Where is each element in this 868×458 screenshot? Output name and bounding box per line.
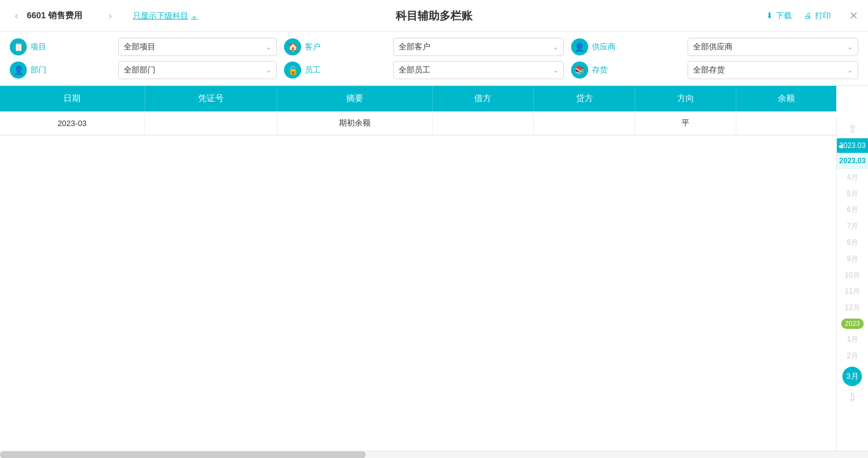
employee-select-value: 全部员工 xyxy=(399,65,430,76)
supplier-select[interactable]: 全部供应商 ⌄ xyxy=(688,38,858,56)
show-sub-toggle[interactable]: 只显示下级科目 ⌄ xyxy=(133,10,197,21)
credit-cell xyxy=(534,111,635,135)
filter-area: 📋 项目 全部项目 ⌄ 🏠 客户 全部客户 ⌄ 👤 供应商 全部供应商 ⌄ 👤 … xyxy=(0,32,868,86)
employee-label-text: 员工 xyxy=(305,65,321,76)
panel-up-button[interactable]: ⇧ xyxy=(845,120,859,138)
customer-filter-label: 🏠 客户 xyxy=(284,38,385,55)
project-label-text: 项目 xyxy=(30,41,46,52)
project-select[interactable]: 全部项目 ⌄ xyxy=(118,38,277,56)
inventory-icon: 📚 xyxy=(571,62,588,79)
voucher-cell xyxy=(144,111,277,135)
ledger-table: 日期 凭证号 摘要 借方 贷方 方向 余额 2023-03期初余额平 xyxy=(0,86,836,135)
col-summary: 摘要 xyxy=(277,86,433,111)
panel-month-item[interactable]: 8月 xyxy=(841,234,863,251)
department-select-value: 全部部门 xyxy=(124,65,155,76)
inventory-label-text: 存货 xyxy=(592,65,608,76)
date-cell: 2023-03 xyxy=(0,111,144,135)
customer-chevron-icon: ⌄ xyxy=(553,43,558,51)
supplier-label-text: 供应商 xyxy=(592,41,616,52)
panel-month-item[interactable]: 11月 xyxy=(841,283,863,300)
toolbar-right: ⬇ 下载 🖨 打印 ✕ xyxy=(766,9,858,23)
panel-month-item[interactable]: 10月 xyxy=(841,267,863,284)
project-select-value: 全部项目 xyxy=(124,41,155,52)
col-debit: 借方 xyxy=(432,86,533,111)
col-date: 日期 xyxy=(0,86,144,111)
panel-header-selected[interactable]: 2023.03 xyxy=(837,138,868,153)
top-bar: ‹ 6601 销售费用 › 只显示下级科目 ⌄ 科目辅助多栏账 ⬇ 下载 🖨 打… xyxy=(0,0,868,32)
horizontal-scrollbar[interactable] xyxy=(0,451,868,458)
department-chevron-icon: ⌄ xyxy=(266,66,271,74)
balance-cell xyxy=(736,111,836,135)
customer-select[interactable]: 全部客户 ⌄ xyxy=(393,38,564,56)
project-filter-label: 📋 项目 xyxy=(10,38,111,55)
print-label: 打印 xyxy=(815,10,831,21)
main-window: ‹ 6601 销售费用 › 只显示下级科目 ⌄ 科目辅助多栏账 ⬇ 下载 🖨 打… xyxy=(0,0,868,458)
scrollbar-thumb xyxy=(0,451,366,458)
download-icon: ⬇ xyxy=(766,11,773,20)
nav-area: ‹ 6601 销售费用 › 只显示下级科目 ⌄ xyxy=(10,9,197,23)
customer-icon: 🏠 xyxy=(284,38,301,55)
panel-month-item[interactable]: 12月 xyxy=(841,300,863,316)
inventory-select-value: 全部存货 xyxy=(693,65,725,76)
employee-icon: 🔒 xyxy=(284,62,301,79)
employee-chevron-icon: ⌄ xyxy=(553,66,558,74)
supplier-select-value: 全部供应商 xyxy=(693,41,733,52)
panel-month-item[interactable]: 9月 xyxy=(841,251,863,267)
supplier-filter-label: 👤 供应商 xyxy=(571,38,680,55)
debit-cell xyxy=(432,111,533,135)
show-sub-text: 只显示下级科目 xyxy=(133,10,188,21)
panel-month-item[interactable]: 2月 xyxy=(841,348,863,364)
next-account-button[interactable]: › xyxy=(104,9,117,23)
supplier-chevron-icon: ⌄ xyxy=(847,43,853,51)
year-badge[interactable]: 2023 xyxy=(841,319,863,329)
col-direction: 方向 xyxy=(635,86,736,111)
table-container: 日期 凭证号 摘要 借方 贷方 方向 余额 2023-03期初余额平 xyxy=(0,86,836,451)
supplier-icon: 👤 xyxy=(571,38,588,55)
panel-down-button[interactable]: ⇩ xyxy=(845,389,859,407)
panel-month-item[interactable]: 1月 xyxy=(841,331,863,348)
department-select[interactable]: 全部部门 ⌄ xyxy=(118,61,277,79)
table-row[interactable]: 2023-03期初余额平 xyxy=(0,111,836,135)
summary-cell: 期初余额 xyxy=(277,111,433,135)
department-filter-label: 👤 部门 xyxy=(10,62,111,79)
employee-filter-label: 🔒 员工 xyxy=(284,62,385,79)
account-code-label: 6601 销售费用 xyxy=(27,10,100,21)
prev-account-button[interactable]: ‹ xyxy=(10,9,23,23)
panel-month-item[interactable]: 5月 xyxy=(841,186,863,202)
inventory-filter-label: 📚 存货 xyxy=(571,62,680,79)
download-label: 下载 xyxy=(776,10,792,21)
current-month-badge[interactable]: 3月 xyxy=(842,367,862,386)
inventory-chevron-icon: ⌄ xyxy=(847,66,853,74)
customer-label-text: 客户 xyxy=(305,41,321,52)
col-credit: 贷方 xyxy=(534,86,635,111)
print-button[interactable]: 🖨 打印 xyxy=(804,10,831,21)
chevron-down-icon: ⌄ xyxy=(191,11,197,20)
inventory-select[interactable]: 全部存货 ⌄ xyxy=(688,61,858,79)
col-balance: 余额 xyxy=(736,86,836,111)
department-label-text: 部门 xyxy=(30,65,46,76)
customer-select-value: 全部客户 xyxy=(399,41,430,52)
page-title: 科目辅助多栏账 xyxy=(396,9,472,23)
right-panel: ⇧ 2023.03 2023.03 4月5月6月7月8月9月10月11月12月2… xyxy=(836,118,868,451)
panel-month-selected[interactable]: 2023.03 xyxy=(837,153,868,169)
employee-select[interactable]: 全部员工 ⌄ xyxy=(393,61,564,79)
col-voucher: 凭证号 xyxy=(144,86,277,111)
close-button[interactable]: ✕ xyxy=(849,9,858,23)
project-icon: 📋 xyxy=(10,38,27,55)
panel-month-item[interactable]: 6月 xyxy=(841,202,863,218)
download-button[interactable]: ⬇ 下载 xyxy=(766,10,792,21)
project-chevron-icon: ⌄ xyxy=(266,43,271,51)
direction-cell: 平 xyxy=(635,111,736,135)
panel-month-item[interactable]: 4月 xyxy=(841,169,863,186)
department-icon: 👤 xyxy=(10,62,27,79)
print-icon: 🖨 xyxy=(804,11,812,20)
panel-month-item[interactable]: 7月 xyxy=(841,218,863,234)
